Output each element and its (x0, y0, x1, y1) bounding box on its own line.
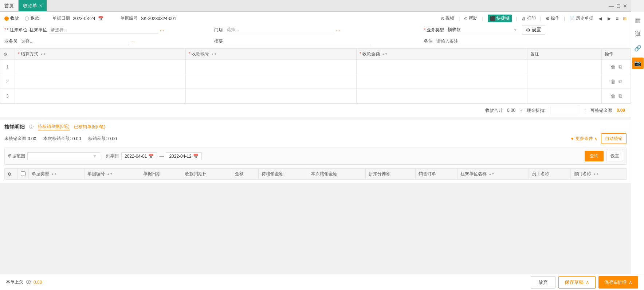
sidebar-image-icon[interactable]: 🖼 (633, 30, 642, 39)
range-select[interactable]: ▼ (27, 152, 100, 160)
row-3-delete-icon[interactable]: 🗑 (610, 93, 616, 99)
shop-select[interactable]: 选择... (225, 26, 334, 34)
toolbar-shortcut[interactable]: ⬛ 快捷键 (488, 15, 512, 22)
business-type-value: 预收款 (448, 27, 461, 33)
query-button[interactable]: 查询 (585, 151, 604, 161)
row-num-3: 3 (0, 89, 15, 103)
calendar-icon[interactable]: 📅 (98, 16, 103, 21)
sort-account-icon[interactable]: ▲▼ (211, 53, 217, 56)
table-gear-icon[interactable]: ⚙ (3, 52, 7, 57)
tab-bar: 首页 收款单 ✕ — □ ✕ (0, 0, 631, 12)
toolbar-grid-view[interactable]: ⊞ (623, 16, 627, 21)
sort-doctype-icon[interactable]: ▲▼ (51, 173, 57, 176)
header-row: 收款 退款 单据日期 2023-03-24 📅 单据编号 SK-20230324… (4, 15, 627, 22)
radio-refund[interactable]: 退款 (25, 15, 39, 21)
writeoff-table: ⚙ 单据类型 ▲▼ 单据编号 ▲▼ 单据日期 (4, 168, 627, 180)
summary-input[interactable] (225, 38, 371, 45)
more-conditions[interactable]: ▼ 更多条件 ∧ (570, 136, 597, 142)
right-sidebar: ▦ 🖼 🔗 📷 (631, 12, 644, 290)
row-1-account[interactable] (185, 60, 356, 74)
tab-close-icon[interactable]: ✕ (39, 4, 42, 8)
row-1-remark[interactable] (527, 60, 601, 74)
required-star2: * (424, 27, 426, 32)
bt-col-pending: 待核销金额 (258, 169, 308, 180)
counterpart-more-icon[interactable]: ··· (158, 27, 166, 33)
row-2-remark[interactable] (527, 74, 601, 89)
nav-next-icon[interactable]: ▶ (607, 16, 612, 21)
row-1-action: 🗑 ⧉ (602, 60, 631, 74)
cal-to-icon[interactable]: 📅 (193, 154, 199, 159)
due-date-to-value: 2022-04-12 (169, 154, 191, 159)
row-1-amount[interactable] (356, 60, 527, 74)
tab-home[interactable]: 首页 (0, 0, 19, 11)
tab-pending[interactable]: 待核销单据(0笔) (38, 124, 70, 130)
counterpart-input[interactable] (49, 26, 158, 34)
row-3-remark[interactable] (527, 89, 601, 103)
remark-label: 备注 (424, 38, 433, 44)
business-type-label: 业务类型 (427, 27, 444, 33)
bt-gear-icon[interactable]: ⚙ (8, 172, 12, 177)
equal-sign: = (584, 108, 586, 113)
auto-writeoff-button[interactable]: 自动核销 (601, 133, 627, 144)
row-2-copy-icon[interactable]: ⧉ (619, 78, 622, 85)
filter-buttons: 查询 设置 (585, 151, 623, 161)
toolbar-history[interactable]: 📄 历史单据 (569, 15, 593, 21)
radio-receipt[interactable]: 收款 (4, 15, 19, 21)
tab-done[interactable]: 已核销单据(0笔) (74, 124, 106, 130)
sort-docno-icon[interactable]: ▲▼ (107, 173, 113, 176)
shop-placeholder: 选择... (227, 27, 239, 33)
business-type-select[interactable]: 预收款 ▼ (446, 26, 519, 34)
save-draft-button[interactable]: 保存草稿 ∧ (558, 276, 596, 289)
toolbar-operation[interactable]: ⚙ 操作 (546, 15, 559, 21)
toolbar-list-view[interactable]: ≡ (616, 16, 619, 21)
row-1-delete-icon[interactable]: 🗑 (610, 64, 616, 70)
row-2-account[interactable] (185, 74, 356, 89)
print-icon: 🖨 (522, 16, 526, 21)
discard-button[interactable]: 放弃 (531, 276, 555, 289)
toolbar-help[interactable]: ⊙ 帮助 (464, 15, 478, 21)
due-date-to[interactable]: 2022-04-12 📅 (166, 152, 201, 160)
sort-counterpart-icon[interactable]: ▲▼ (488, 173, 494, 176)
close-button[interactable]: ✕ (623, 3, 627, 9)
settings-button[interactable]: ⚙ 设置 (522, 25, 545, 35)
fields-row-2: 业务员 ··· 摘要 备注 (4, 38, 627, 45)
sidebar-link-icon[interactable]: 🔗 (633, 43, 643, 53)
minimize-button[interactable]: — (609, 3, 614, 9)
remark-input[interactable] (435, 38, 627, 45)
row-2-settle[interactable] (15, 74, 186, 89)
sort-amount-icon[interactable]: ▲▼ (382, 53, 388, 56)
nav-prev-icon[interactable]: ◀ (598, 16, 602, 21)
tab-receipt[interactable]: 收款单 ✕ (19, 0, 47, 11)
row-3-settle[interactable] (15, 89, 186, 103)
row-1-copy-icon[interactable]: ⧉ (619, 64, 622, 70)
row-3-account[interactable] (185, 89, 356, 103)
row-2-amount[interactable] (356, 74, 527, 89)
row-1-settle[interactable] (15, 60, 186, 74)
save-new-button[interactable]: 保存&新增 ∧ (598, 276, 638, 289)
row-3-copy-icon[interactable]: ⧉ (619, 93, 622, 99)
filter-settings-button[interactable]: 设置 (606, 151, 623, 161)
sidebar-table-icon[interactable]: ▦ (633, 15, 642, 25)
diff-value: 0.00 (108, 136, 117, 141)
staff-more-icon[interactable]: ··· (129, 39, 136, 44)
maximize-button[interactable]: □ (617, 3, 620, 9)
col-remark: 备注 (527, 49, 601, 60)
toolbar-print[interactable]: 🖨 打印 (522, 15, 536, 21)
staff-input[interactable] (20, 38, 129, 45)
discount-input[interactable] (550, 107, 579, 114)
bt-checkbox-all[interactable] (21, 171, 25, 176)
staff-label: 业务员 (4, 38, 17, 44)
sort-settle-icon[interactable]: ▲▼ (40, 53, 46, 56)
row-3-amount[interactable] (356, 89, 527, 103)
due-date-from[interactable]: 2022-04-01 📅 (121, 152, 157, 160)
shop-more-icon[interactable]: ··· (334, 27, 342, 33)
bt-col-checkbox (18, 169, 29, 180)
summary-label: 摘要 (214, 38, 223, 44)
sidebar-camera-icon[interactable]: 📷 (632, 58, 644, 69)
cal-from-icon[interactable]: 📅 (148, 154, 154, 159)
bt-col-docdate: 单据日期 (140, 169, 182, 180)
writeoff-info-icon[interactable]: ⓘ (29, 124, 34, 130)
toolbar-video[interactable]: ⊙ 视频 (441, 15, 454, 21)
row-2-delete-icon[interactable]: 🗑 (610, 79, 616, 85)
sort-dept-icon[interactable]: ▲▼ (593, 173, 599, 176)
